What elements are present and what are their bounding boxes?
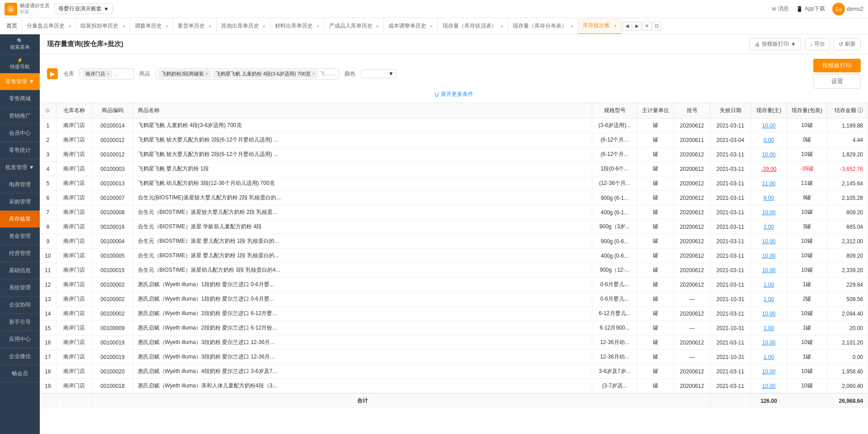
- row-stock-main[interactable]: 1.00: [751, 278, 787, 292]
- account-selector[interactable]: 母婴行业演示账套 ▼: [54, 4, 113, 14]
- row-stock-main[interactable]: 0.00: [751, 133, 787, 147]
- tab-10[interactable]: 现存量（库存分布表） ×: [508, 18, 578, 34]
- tab-close-10[interactable]: ×: [571, 24, 573, 29]
- tab-expand-btn[interactable]: ⊡: [652, 22, 661, 31]
- sidebar-item-weixin[interactable]: 企业微信: [0, 348, 40, 365]
- row-stock-main[interactable]: 10.00: [751, 234, 787, 249]
- row-stock-main[interactable]: 10.00: [751, 364, 787, 379]
- print-button[interactable]: 🖨 按模板打印 ▼: [750, 38, 801, 50]
- sidebar-item-vip[interactable]: 畅会员: [0, 365, 40, 382]
- filter-toggle-btn[interactable]: ▶: [47, 68, 58, 79]
- product-filter[interactable]: 飞鹤奶粉3段两罐装 × 飞鹤星飞帆 儿童奶粉 4段(3-6岁适用) 700克 ×…: [156, 68, 339, 80]
- tab-close-7[interactable]: ×: [376, 24, 379, 29]
- tab-close-9[interactable]: ×: [500, 24, 503, 29]
- sidebar-item-guide[interactable]: 新手引导: [0, 314, 40, 331]
- sidebar-item-apps[interactable]: 应用中心: [0, 331, 40, 348]
- sidebar-item-purchase[interactable]: 采购管理: [0, 193, 40, 211]
- warehouse-filter[interactable]: 南岸门店 × ...: [80, 68, 134, 80]
- gear-icon[interactable]: ⚙: [45, 108, 50, 114]
- sidebar-quick-nav[interactable]: ⚡ 快捷导航: [0, 55, 40, 73]
- row-name: 合生元（BIOSTIME）派星 学龄前儿童配方奶粉 4段: [133, 220, 592, 234]
- sidebar-item-inventory[interactable]: 库存核算: [0, 211, 40, 228]
- tab-home[interactable]: 首页: [2, 18, 22, 34]
- col-header-gear[interactable]: ⚙: [40, 103, 56, 118]
- sidebar-search[interactable]: 🔍 搜索菜单: [0, 34, 40, 55]
- product-tag-1-remove[interactable]: ×: [205, 71, 208, 76]
- filter-expand-btn[interactable]: ⋁ 展开更多条件: [47, 90, 861, 98]
- sidebar-item-ecommerce[interactable]: 电商管理: [0, 176, 40, 193]
- tab-close-3[interactable]: ×: [165, 24, 168, 29]
- tab-close-2[interactable]: ×: [122, 24, 125, 29]
- export-button[interactable]: ↓ 导出: [805, 38, 830, 50]
- color-filter[interactable]: ▼: [361, 69, 397, 78]
- tab-close-8[interactable]: ×: [430, 24, 433, 29]
- sidebar-item-marketing[interactable]: 营销推广: [0, 108, 40, 125]
- product-tag-2-remove[interactable]: ×: [312, 71, 315, 76]
- product-tag-1[interactable]: 飞鹤奶粉3段两罐装 ×: [159, 70, 211, 78]
- row-stock-main[interactable]: 9.00: [751, 191, 787, 205]
- row-stock-main[interactable]: 10.00: [751, 118, 787, 133]
- row-stock-main[interactable]: 10.00: [751, 335, 787, 350]
- row-stock-main[interactable]: 1.00: [751, 321, 787, 335]
- sidebar-item-system[interactable]: 系统管理: [0, 279, 40, 297]
- row-stock-main[interactable]: 10.00: [751, 379, 787, 394]
- tab-close-1[interactable]: ×: [68, 24, 71, 29]
- row-stock-main[interactable]: 11.00: [751, 176, 787, 191]
- warehouse-more[interactable]: ...: [114, 71, 118, 77]
- product-more-dots[interactable]: ...: [331, 71, 336, 77]
- tab-1[interactable]: 分量盘点单历史 ×: [22, 18, 76, 34]
- row-code: 00100013: [92, 176, 133, 191]
- tab-close-4[interactable]: ×: [208, 24, 211, 29]
- row-code: 00100002: [92, 278, 133, 292]
- tab-3[interactable]: 调拨单历史 ×: [130, 18, 173, 34]
- row-stock-main[interactable]: 10.00: [751, 205, 787, 220]
- sidebar-item-enterprise[interactable]: 企业协同: [0, 297, 40, 314]
- sidebar-item-finance[interactable]: 资金管理: [0, 228, 40, 245]
- tab-5[interactable]: 其他出库单历史 ×: [217, 18, 270, 34]
- warehouse-tag-1[interactable]: 南岸门店 ×: [83, 70, 112, 78]
- tab-close-11[interactable]: ×: [613, 23, 616, 28]
- sidebar-item-operations[interactable]: 经营管理: [0, 245, 40, 262]
- row-num: 17: [40, 350, 56, 364]
- row-stock-main[interactable]: 10.00: [751, 147, 787, 162]
- table-row: 9 南岸门店 00100004 合生元（BIOSTIME）派星 婴儿配方奶粉 1…: [40, 234, 868, 249]
- row-stock-main[interactable]: 2.00: [751, 292, 787, 307]
- user-area[interactable]: Ea demo2: [832, 3, 863, 15]
- settings-button[interactable]: 设置: [813, 74, 861, 89]
- row-expiry: 2021-03-11: [710, 335, 751, 350]
- product-tag-2[interactable]: 飞鹤星飞帆 儿童奶粉 4段(3-6岁适用) 700克 ×: [213, 70, 318, 78]
- row-stock-main[interactable]: 1.00: [751, 350, 787, 364]
- table-row: 5 南岸门店 00100013 飞鹤星飞帆 幼儿配方奶粉 3段(12-36个月幼…: [40, 176, 868, 191]
- sidebar-item-wholesale[interactable]: 批发管理 ▼: [0, 159, 40, 176]
- sidebar-item-basic-info[interactable]: 基础信息: [0, 262, 40, 279]
- tab-close-all-btn[interactable]: ✕: [642, 22, 651, 31]
- search-button[interactable]: 按模板打印: [813, 59, 861, 72]
- tab-close-6[interactable]: ×: [316, 24, 319, 29]
- row-stock-main[interactable]: 3.00: [751, 220, 787, 234]
- message-btn[interactable]: ✉ 消息: [772, 5, 789, 13]
- sidebar-item-members[interactable]: 会员中心: [0, 125, 40, 142]
- sidebar-item-retail-mall[interactable]: 零售商城: [0, 90, 40, 108]
- row-stock-main[interactable]: 10.00: [751, 307, 787, 321]
- row-stock-main[interactable]: 10.00: [751, 249, 787, 263]
- tab-7[interactable]: 产成品入库单历史 ×: [325, 18, 384, 34]
- row-balance: 2,094.40: [827, 307, 868, 321]
- tab-6[interactable]: 材料出库单历史 ×: [270, 18, 324, 34]
- product-more[interactable]: 飞...: [320, 70, 330, 78]
- tab-4[interactable]: 要货单历史 ×: [173, 18, 216, 34]
- row-stock-main[interactable]: 10.00: [751, 263, 787, 278]
- refresh-button[interactable]: ↺ 刷新: [834, 38, 861, 50]
- warehouse-tag-remove[interactable]: ×: [107, 71, 109, 76]
- tab-prev-btn[interactable]: ◀: [623, 22, 632, 31]
- tab-next-btn[interactable]: ▶: [632, 22, 642, 31]
- tab-11-active[interactable]: 库存批次账 ×: [578, 18, 621, 34]
- sidebar-item-retail-stats[interactable]: 零售统计: [0, 142, 40, 159]
- app-download-btn[interactable]: 📱 App下载: [796, 5, 825, 13]
- row-name: 合生元(BIOSTIME)派星较大婴儿配方奶粉 2段 乳核蛋白的...: [133, 191, 592, 205]
- tab-2[interactable]: 组装拆卸单历史 ×: [76, 18, 130, 34]
- tab-close-5[interactable]: ×: [263, 24, 265, 29]
- tab-8[interactable]: 成本调整单历史 ×: [384, 18, 438, 34]
- sidebar-item-retail-mgmt[interactable]: 零售管理 ▼: [0, 73, 40, 90]
- row-stock-main[interactable]: -39.00: [751, 162, 787, 176]
- tab-9[interactable]: 现存量（库存状况表） ×: [438, 18, 508, 34]
